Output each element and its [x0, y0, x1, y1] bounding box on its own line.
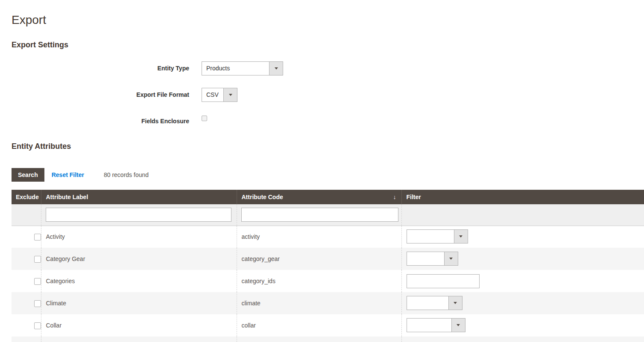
row-filter-selected-value	[407, 230, 454, 243]
entity-type-row: Entity Type Products	[0, 61, 644, 75]
exclude-checkbox[interactable]	[34, 300, 41, 307]
chevron-down-icon	[449, 258, 453, 260]
filter-cell-exclude	[12, 204, 41, 226]
chevron-down-icon	[459, 235, 463, 238]
attribute-code-cell: collar	[237, 314, 401, 336]
table-row: Categories category_ids	[12, 270, 644, 292]
column-header-filter: Filter	[401, 190, 644, 204]
attribute-label-cell: Climate	[41, 292, 237, 314]
exclude-checkbox[interactable]	[34, 322, 41, 329]
grid-filter-row	[12, 204, 644, 226]
reset-filter-link[interactable]: Reset Filter	[52, 171, 84, 178]
row-filter-dropdown-button[interactable]	[451, 319, 465, 332]
row-filter-dropdown-button[interactable]	[448, 296, 462, 310]
attribute-code-cell: category_ids	[237, 270, 401, 292]
export-file-format-row: Export File Format CSV	[0, 88, 644, 102]
row-filter-select[interactable]	[407, 296, 463, 310]
search-button[interactable]: Search	[12, 168, 44, 182]
export-file-format-select[interactable]: CSV	[202, 88, 237, 102]
attribute-code-cell: category_gear	[237, 248, 401, 270]
attribute-label-cell: Categories	[41, 270, 237, 292]
table-row: Activity activity	[12, 226, 644, 248]
export-settings-heading: Export Settings	[12, 41, 644, 49]
attribute-code-cell: activity	[237, 226, 401, 248]
column-header-attribute-label[interactable]: Attribute Label	[41, 190, 237, 204]
column-header-exclude: Exclude	[12, 190, 41, 204]
grid-toolbar: Search Reset Filter 80 records found	[12, 168, 644, 182]
column-header-attribute-code-text: Attribute Code	[242, 194, 283, 200]
table-row	[12, 336, 644, 342]
chevron-down-icon	[454, 302, 457, 304]
export-file-format-label: Export File Format	[0, 88, 189, 102]
attribute-code-cell: climate	[237, 292, 401, 314]
export-settings-form: Entity Type Products Export File Format …	[0, 61, 644, 128]
chevron-down-icon	[229, 94, 232, 96]
entity-type-selected-value: Products	[202, 62, 269, 75]
export-file-format-dropdown-button[interactable]	[223, 88, 237, 101]
attribute-code-filter-input[interactable]	[241, 208, 398, 222]
grid-header-row: Exclude Attribute Label Attribute Code ↓…	[12, 190, 644, 204]
row-filter-dropdown-button[interactable]	[444, 252, 458, 265]
chevron-down-icon	[457, 324, 460, 326]
exclude-checkbox[interactable]	[34, 256, 41, 263]
fields-enclosure-row: Fields Enclosure	[0, 114, 644, 128]
entity-type-label: Entity Type	[0, 61, 189, 75]
page-title: Export	[12, 13, 644, 27]
row-filter-selected-value	[407, 296, 448, 310]
row-filter-input[interactable]	[407, 274, 480, 288]
entity-attributes-grid: Exclude Attribute Label Attribute Code ↓…	[12, 190, 644, 342]
entity-type-select[interactable]: Products	[202, 61, 283, 75]
attribute-label-cell: Activity	[41, 226, 237, 248]
filter-cell-filter	[401, 204, 644, 226]
table-row: Collar collar	[12, 314, 644, 336]
row-filter-selected-value	[407, 252, 444, 265]
table-row: Climate climate	[12, 292, 644, 314]
table-row: Category Gear category_gear	[12, 248, 644, 270]
entity-attributes-heading: Entity Attributes	[12, 142, 644, 151]
fields-enclosure-label: Fields Enclosure	[0, 114, 189, 128]
filter-cell-attribute-label	[41, 204, 237, 226]
filter-cell-attribute-code	[237, 204, 401, 226]
row-filter-select[interactable]	[407, 252, 458, 266]
chevron-down-icon	[275, 67, 278, 70]
column-header-attribute-code[interactable]: Attribute Code ↓	[237, 190, 401, 204]
sort-arrow-icon: ↓	[393, 194, 396, 200]
fields-enclosure-checkbox[interactable]	[202, 116, 207, 121]
attribute-label-cell: Category Gear	[41, 248, 237, 270]
records-found-text: 80 records found	[104, 171, 149, 178]
row-filter-select[interactable]	[407, 229, 468, 243]
exclude-checkbox[interactable]	[34, 278, 41, 285]
attribute-label-filter-input[interactable]	[46, 208, 231, 222]
row-filter-select[interactable]	[407, 318, 465, 332]
row-filter-dropdown-button[interactable]	[454, 230, 468, 243]
export-file-format-selected-value: CSV	[202, 88, 223, 101]
attribute-label-cell: Collar	[41, 314, 237, 336]
entity-type-dropdown-button[interactable]	[269, 62, 283, 75]
row-filter-selected-value	[407, 319, 451, 332]
exclude-checkbox[interactable]	[34, 234, 41, 241]
